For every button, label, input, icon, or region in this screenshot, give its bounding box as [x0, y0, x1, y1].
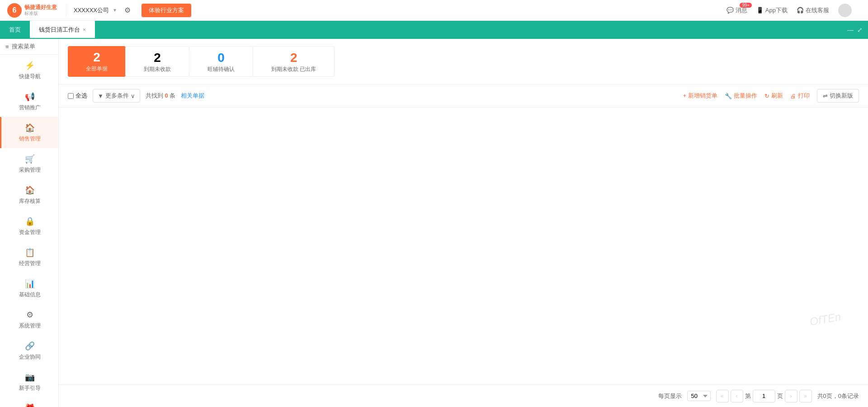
message-item[interactable]: 💬 消息 99+ — [726, 6, 747, 14]
message-icon: 💬 — [726, 7, 734, 14]
card-label-overdue-out: 到期未收款 已出库 — [271, 65, 316, 73]
summary-card-pending[interactable]: 0 旺辅待确认 — [189, 46, 253, 77]
new-sale-button[interactable]: + 新增销货单 — [683, 92, 717, 100]
select-all-input[interactable] — [68, 93, 74, 99]
card-label-all: 全部单据 — [86, 65, 108, 73]
sales-icon: 🏠 — [24, 122, 35, 133]
sidebar-item-app-center[interactable]: 🎁 应用中心 — [0, 398, 58, 407]
search-icon: ≡ — [5, 43, 9, 50]
online-service-item[interactable]: 🎧 在线客服 — [797, 6, 829, 14]
sidebar-item-operations[interactable]: 📋 经营管理 — [0, 242, 58, 273]
page-prefix-label: 第 — [745, 392, 751, 400]
filter-arrow-icon: ∨ — [131, 93, 135, 99]
tab-active[interactable]: 钱货日清工作台 × — [30, 21, 95, 39]
card-number-all: 2 — [93, 50, 100, 65]
app-center-icon: 🎁 — [24, 403, 35, 407]
company-dropdown-icon[interactable]: ▼ — [113, 8, 117, 13]
sidebar-item-label: 基础信息 — [19, 291, 41, 299]
per-page-label: 每页显示 — [658, 392, 682, 400]
card-number-pending: 0 — [217, 50, 225, 65]
nav-tabs: 首页 钱货日清工作台 × — ⤢ — [0, 21, 868, 39]
company-name: XXXXXX公司 — [74, 6, 109, 14]
batch-operation-button[interactable]: 🔧 批量操作 — [725, 92, 757, 100]
filter-button[interactable]: ▼ 更多条件 ∨ — [93, 89, 140, 103]
logo-area: 6 畅捷通好生意 标准版 — [7, 3, 66, 18]
print-button[interactable]: 🖨 打印 — [790, 92, 810, 100]
summary-cards: 2 全部单据 2 到期未收款 0 旺辅待确认 2 到期未收款 已出库 — [59, 39, 868, 84]
maximize-tab-icon[interactable]: ⤢ — [857, 26, 863, 33]
sidebar-item-label: 经营管理 — [19, 260, 41, 267]
tab-indicator — [30, 38, 95, 39]
summary-card-all[interactable]: 2 全部单据 — [68, 46, 126, 77]
sidebar-item-label: 库存核算 — [19, 197, 41, 205]
sidebar-item-label: 企业协同 — [19, 353, 41, 361]
nav-tab-actions: — ⤢ — [847, 26, 868, 33]
next-page-button[interactable]: › — [785, 390, 797, 402]
purchase-icon: 🛒 — [24, 154, 35, 164]
app-download-item[interactable]: 📱 App下载 — [756, 6, 788, 14]
settings-icon[interactable]: ⚙ — [124, 6, 131, 14]
last-page-button[interactable]: » — [799, 390, 812, 402]
logo-title: 畅捷通好生意 — [24, 4, 57, 10]
header-right: 💬 消息 99+ 📱 App下载 🎧 在线客服 — [726, 4, 861, 17]
card-number-overdue-out: 2 — [290, 50, 297, 65]
sidebar-item-purchase[interactable]: 🛒 采购管理 — [0, 148, 58, 179]
guide-icon: 📷 — [24, 372, 35, 383]
per-page-select[interactable]: 50 10 20 100 — [687, 391, 711, 401]
headset-icon: 🎧 — [797, 7, 804, 14]
toolbar-left: 全选 ▼ 更多条件 ∨ 共找到 0 条 相关单据 — [68, 89, 678, 103]
page-number-input[interactable] — [753, 390, 775, 402]
trial-button[interactable]: 体验行业方案 — [142, 4, 191, 17]
tab-home[interactable]: 首页 — [0, 21, 30, 39]
sidebar-item-system[interactable]: ⚙ 系统管理 — [0, 304, 58, 335]
enterprise-icon: 🔗 — [24, 341, 35, 351]
first-page-button[interactable]: « — [716, 390, 729, 402]
switch-version-button[interactable]: ⇌ 切换新版 — [817, 89, 859, 103]
sidebar-item-label: 快捷导航 — [19, 73, 41, 80]
sidebar-item-basic-info[interactable]: 📊 基础信息 — [0, 273, 58, 304]
tab-close-icon[interactable]: × — [83, 27, 86, 33]
sidebar-item-inventory[interactable]: 🏠 库存核算 — [0, 179, 58, 211]
card-label-overdue: 到期未收款 — [144, 65, 171, 73]
count-num: 0 — [165, 92, 168, 99]
refresh-button[interactable]: ↻ 刷新 — [764, 92, 783, 100]
page-navigation: « ‹ 第 页 › » — [716, 390, 812, 402]
online-service-label: 在线客服 — [806, 6, 829, 14]
quick-nav-icon: ⚡ — [24, 60, 35, 71]
summary-card-overdue-out[interactable]: 2 到期未收款 已出库 — [253, 46, 335, 77]
table-area — [59, 108, 868, 384]
tab-active-label: 钱货日清工作台 — [39, 26, 80, 34]
sidebar-search[interactable]: ≡ 搜索菜单 — [0, 39, 58, 55]
header-company: XXXXXX公司 ▼ ⚙ 体验行业方案 — [66, 4, 726, 17]
filter-label: 更多条件 — [105, 92, 129, 100]
avatar[interactable] — [838, 4, 852, 17]
sidebar-item-label: 新手引导 — [19, 384, 41, 392]
sidebar-item-capital[interactable]: 🔒 资金管理 — [0, 211, 58, 242]
marketing-icon: 📢 — [24, 91, 35, 102]
batch-icon: 🔧 — [725, 93, 732, 99]
sidebar-item-label: 系统管理 — [19, 322, 41, 330]
related-orders-link[interactable]: 相关单据 — [181, 92, 204, 100]
logo-text: 畅捷通好生意 标准版 — [24, 4, 57, 16]
sidebar-item-sales[interactable]: 🏠 销售管理 — [0, 117, 58, 148]
sidebar-item-marketing[interactable]: 📢 营销推广 — [0, 86, 58, 117]
toolbar: 全选 ▼ 更多条件 ∨ 共找到 0 条 相关单据 + 新增销货单 🔧 — [59, 84, 868, 108]
logo-subtitle: 标准版 — [24, 11, 57, 16]
content-area: 2 全部单据 2 到期未收款 0 旺辅待确认 2 到期未收款 已出库 全选 — [59, 39, 868, 407]
sidebar-item-label: 采购管理 — [19, 166, 41, 174]
sidebar-item-guide[interactable]: 📷 新手引导 — [0, 366, 58, 398]
top-header: 6 畅捷通好生意 标准版 XXXXXX公司 ▼ ⚙ 体验行业方案 💬 消息 99… — [0, 0, 868, 21]
sidebar-item-quick-nav[interactable]: ⚡ 快捷导航 — [0, 55, 58, 86]
sidebar-item-enterprise[interactable]: 🔗 企业协同 — [0, 335, 58, 366]
prev-page-button[interactable]: ‹ — [731, 390, 743, 402]
system-icon: ⚙ — [24, 309, 35, 320]
pagination: 每页显示 50 10 20 100 « ‹ 第 页 › » 共0页，0条记录 — [59, 384, 868, 407]
minimize-tab-icon[interactable]: — — [847, 26, 854, 33]
inventory-icon: 🏠 — [24, 185, 35, 196]
select-all-checkbox[interactable]: 全选 — [68, 92, 87, 100]
basic-info-icon: 📊 — [24, 278, 35, 289]
message-badge: 99+ — [740, 3, 751, 8]
summary-card-overdue[interactable]: 2 到期未收款 — [125, 46, 189, 77]
sidebar: ≡ 搜索菜单 ⚡ 快捷导航 📢 营销推广 🏠 销售管理 🛒 采购管理 🏠 库存核… — [0, 39, 59, 407]
print-icon: 🖨 — [790, 93, 796, 99]
